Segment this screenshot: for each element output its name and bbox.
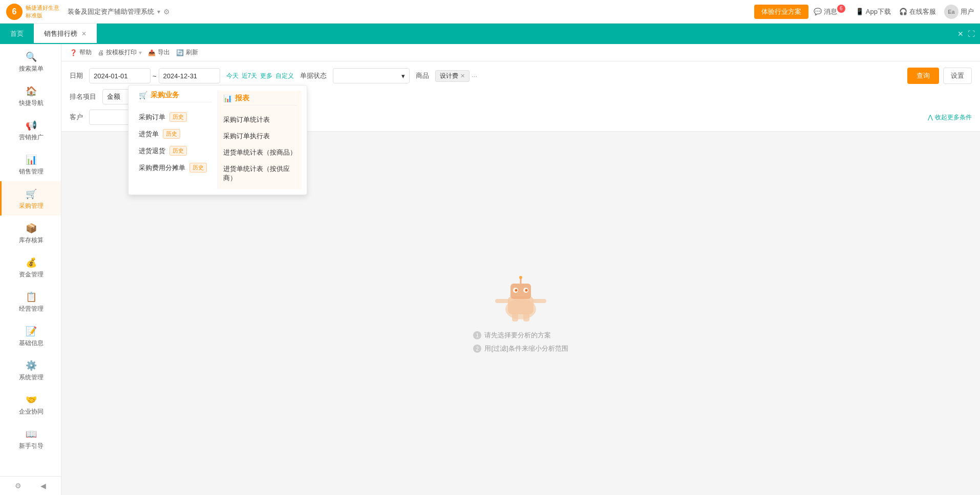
last7days-link[interactable]: 近7天: [242, 72, 258, 80]
dropdown-item-expense[interactable]: 采购费用分摊单 历史: [139, 159, 212, 176]
sidebar-item-basic-info[interactable]: 📝 基础信息: [0, 318, 61, 353]
export-btn[interactable]: 📤 导出: [148, 48, 170, 57]
purchase-icon: 🛒: [26, 188, 37, 200]
dropdown-item-inbound[interactable]: 进货单 历史: [139, 125, 212, 142]
query-btn[interactable]: 查询: [907, 68, 939, 84]
sidebar-item-quick-nav[interactable]: 🏠 快捷导航: [0, 78, 61, 113]
top-right-actions: 💬 消息 6 📱 App下载 🎧 在线客服 Ea 用户: [814, 5, 974, 19]
custom-date-link[interactable]: 自定义: [275, 72, 294, 80]
online-service-btn[interactable]: 🎧 在线客服: [899, 7, 936, 16]
svg-rect-10: [532, 299, 546, 303]
sidebar-item-guide[interactable]: 📖 新手引导: [0, 421, 61, 456]
sidebar-item-finance[interactable]: 💰 资金管理: [0, 250, 61, 284]
history-badge-2: 历史: [169, 146, 187, 156]
history-badge-1: 历史: [163, 129, 180, 139]
goods-tag: 设计费 ✕: [435, 70, 470, 82]
svg-point-6: [525, 289, 527, 292]
dropdown-item-inbound-stat-goods[interactable]: 进货单统计表（按商品）: [223, 144, 297, 161]
dropdown-item-inbound-stat-supplier[interactable]: 进货单统计表（按供应商）: [223, 161, 297, 186]
logo-area: 6 畅捷通好生意 标准版: [6, 4, 62, 20]
tab-close-icon[interactable]: ✕: [81, 30, 87, 37]
message-btn[interactable]: 💬 消息 6: [814, 7, 847, 16]
app-download-btn[interactable]: 📱 App下载: [856, 7, 891, 16]
dropdown-item-order-exec[interactable]: 采购订单执行表: [223, 128, 297, 144]
empty-content: 1 请先选择要分析的方案 2 用[过滤]条件来缩小分析范围: [473, 273, 568, 353]
sidebar-item-inventory[interactable]: 📦 库存核算: [0, 216, 61, 250]
goods-filter-area: 设计费 ✕ ···: [435, 70, 477, 82]
sidebar-item-operations[interactable]: 📋 经营管理: [0, 284, 61, 318]
print-arrow-icon: ▾: [139, 49, 142, 56]
tab-bar: 首页 销售排行榜 ✕ ✕ ⛶: [0, 24, 980, 44]
report-col-icon: 📊: [223, 94, 232, 102]
svg-rect-11: [512, 313, 518, 321]
tab-sales-rank[interactable]: 销售排行榜 ✕: [34, 24, 97, 44]
title-dropdown-arrow[interactable]: ▾: [157, 8, 160, 15]
tab-bar-right-actions: ✕ ⛶: [957, 30, 980, 38]
dropdown-item-purchase-order[interactable]: 采购订单 历史: [139, 109, 212, 125]
sidebar: 🔍 搜索菜单 🏠 快捷导航 📢 营销推广 📊 销售管理 🛒 采购管理 📦 库存核…: [0, 44, 61, 495]
voucher-status-select[interactable]: ▾: [333, 68, 410, 83]
sidebar-item-sales[interactable]: 📊 销售管理: [0, 147, 61, 181]
logo-icon: 6: [6, 4, 23, 20]
setting-btn[interactable]: 设置: [943, 68, 972, 84]
print-btn[interactable]: 🖨 按模板打印 ▾: [98, 48, 142, 57]
system-title-text: 装备及固定资产辅助管理系统: [68, 7, 154, 16]
svg-rect-12: [523, 313, 529, 321]
enterprise-icon: 🤝: [26, 394, 37, 405]
filter-query-actions: 查询 设置: [907, 68, 972, 84]
sidebar-item-marketing[interactable]: 📢 营销推广: [0, 113, 61, 147]
goods-tag-close[interactable]: ✕: [460, 73, 465, 79]
goods-label: 商品: [416, 71, 429, 80]
collapse-btn[interactable]: ⋀ 收起更多条件: [928, 113, 972, 122]
sidebar-item-enterprise[interactable]: 🤝 企业协同: [0, 387, 61, 421]
sidebar-settings-btn[interactable]: ⚙: [15, 482, 22, 490]
date-label: 日期: [70, 71, 83, 80]
toolbar: ❓ 帮助 🖨 按模板打印 ▾ 📤 导出 🔄 刷新: [61, 44, 980, 61]
user-btn[interactable]: Ea 用户: [944, 5, 974, 19]
collapse-icon: ⋀: [928, 114, 933, 121]
industry-btn[interactable]: 体验行业方案: [754, 5, 808, 19]
svg-rect-9: [495, 299, 509, 303]
empty-text-area: 1 请先选择要分析的方案 2 用[过滤]条件来缩小分析范围: [473, 331, 568, 353]
print-icon: 🖨: [98, 49, 104, 56]
dropdown-purchase-col: 🛒 采购业务 采购订单 历史 进货单 历史 进货退货 历史: [134, 91, 218, 189]
basic-info-icon: 📝: [26, 326, 37, 337]
sidebar-collapse-btn[interactable]: ◀: [40, 482, 46, 490]
date-end-input[interactable]: [159, 68, 220, 83]
home-icon: 🏠: [26, 85, 37, 97]
marketing-icon: 📢: [26, 120, 37, 131]
search-icon: 🔍: [26, 51, 37, 62]
help-icon: ❓: [70, 49, 77, 56]
dropdown-report-col: 📊 报表 采购订单统计表 采购订单执行表 进货单统计表（按商品） 进货单统计表（…: [218, 91, 302, 189]
dropdown-menu: 🛒 采购业务 采购订单 历史 进货单 历史 进货退货 历史: [128, 85, 307, 195]
date-start-input[interactable]: [89, 68, 151, 83]
refresh-btn[interactable]: 🔄 刷新: [176, 48, 198, 57]
empty-step-2: 2 用[过滤]条件来缩小分析范围: [473, 344, 568, 353]
filter-row-1: 日期 ~ 今天 近7天 更多 自定义 单据状态 ▾ 商品: [70, 68, 972, 84]
expand-icon[interactable]: ⛶: [968, 30, 975, 38]
history-badge-0: 历史: [169, 112, 187, 122]
inventory-icon: 📦: [26, 223, 37, 234]
goods-more-btn[interactable]: ···: [472, 72, 477, 80]
phone-icon: 📱: [856, 8, 864, 15]
today-link[interactable]: 今天: [226, 72, 239, 80]
sidebar-item-purchase[interactable]: 🛒 采购管理: [0, 181, 61, 216]
dropdown-item-return[interactable]: 进货退货 历史: [139, 142, 212, 159]
system-settings-icon[interactable]: ⚙: [163, 8, 170, 16]
tab-home[interactable]: 首页: [0, 24, 34, 44]
svg-point-5: [515, 289, 517, 292]
help-btn[interactable]: ❓ 帮助: [70, 48, 92, 57]
history-badge-3: 历史: [189, 163, 207, 173]
system-icon: ⚙️: [26, 360, 37, 371]
top-bar: 6 畅捷通好生意 标准版 装备及固定资产辅助管理系统 ▾ ⚙ 体验行业方案 💬 …: [0, 0, 980, 24]
headset-icon: 🎧: [899, 8, 907, 15]
sidebar-item-system[interactable]: ⚙️ 系统管理: [0, 353, 61, 387]
avatar: Ea: [944, 5, 958, 19]
finance-icon: 💰: [26, 257, 37, 268]
dropdown-item-order-stat[interactable]: 采购订单统计表: [223, 112, 297, 128]
more-date-link[interactable]: 更多: [260, 72, 272, 80]
close-all-icon[interactable]: ✕: [957, 30, 964, 38]
svg-rect-1: [508, 296, 534, 314]
dropdown-columns: 🛒 采购业务 采购订单 历史 进货单 历史 进货退货 历史: [134, 91, 302, 189]
sidebar-item-search[interactable]: 🔍 搜索菜单: [0, 44, 61, 78]
